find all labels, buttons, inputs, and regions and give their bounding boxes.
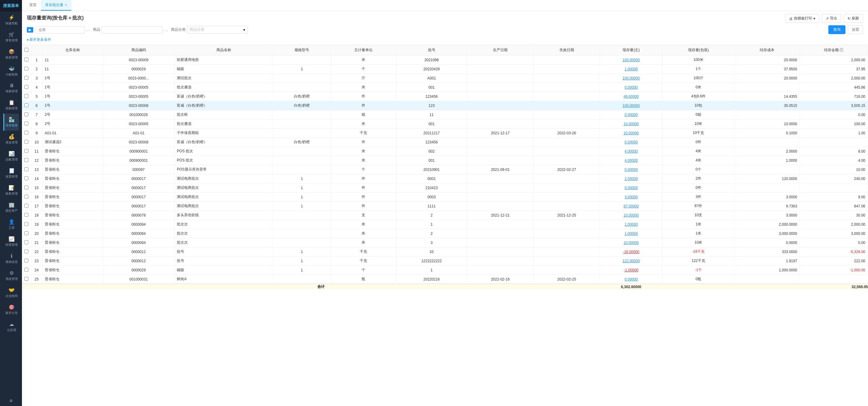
row-checkbox[interactable] [22,220,31,229]
row-checkbox[interactable] [22,174,31,183]
row-qty-main[interactable]: 10.00000 [600,129,662,138]
sidebar-item-quick-nav[interactable]: ⚡快捷导航 [3,11,19,29]
row-checkbox[interactable] [22,165,31,174]
sidebar-settings[interactable]: ⚙ [0,396,22,406]
sidebar-label-invoice: 发票管理 [5,175,18,178]
row-qty-main[interactable]: 2.00000 [600,174,662,183]
row-qty-main[interactable]: 100.00000 [600,56,662,65]
row-checkbox[interactable] [22,83,31,92]
sidebar-logo[interactable]: 搜索菜单 [0,0,22,11]
row-qty-main[interactable]: 1.00000 [600,65,662,74]
row-checkbox[interactable] [22,202,31,211]
sidebar-item-small-ecom[interactable]: 🐳小鲸电商 [3,63,19,80]
row-spec: 1 [273,266,331,275]
sidebar-item-ops[interactable]: 📈经营管理 [3,233,19,250]
sidebar-item-newbie[interactable]: 🎯新手引导 [3,301,19,318]
row-qty-main[interactable]: 4.00000 [600,147,662,156]
row-checkbox[interactable] [22,238,31,247]
row-exp-date [533,56,600,65]
sidebar-item-basic[interactable]: ℹ基础信息 [3,250,19,267]
row-qty-main[interactable]: 0.00000 [600,183,662,193]
sidebar-item-cloud[interactable]: ☁云应用 [3,318,19,335]
row-checkbox[interactable] [22,247,31,257]
sidebar-item-wholesale[interactable]: 📦批发管理 [3,46,19,63]
sidebar-item-asset[interactable]: 💰资金管理 [3,131,19,148]
col-no [31,45,42,56]
row-qty-main[interactable]: 87.00000 [600,202,662,211]
row-spec [273,129,331,138]
row-unit: 件 [331,202,396,211]
sidebar-item-inventory[interactable]: 🏪库存核查 [3,113,19,131]
row-checkbox[interactable] [22,156,31,165]
row-qty-main[interactable]: 0.00000 [600,165,662,174]
table-row: 5 1号 0023-00005 富减（白色/奶橙） 白色/奶橙 件 123456… [22,92,868,101]
row-qty-main[interactable]: 49.60000 [600,92,662,101]
row-qty-main[interactable]: -1.00000 [600,266,662,275]
sidebar-item-invoice[interactable]: 🧾发票管理 [3,165,19,182]
row-qty-main[interactable]: 122.00000 [600,257,662,266]
row-checkbox[interactable] [22,183,31,193]
row-checkbox[interactable] [22,92,31,101]
sidebar-item-tax[interactable]: 📝税务管理 [3,182,19,199]
tab-inventory-batch[interactable]: 库存批次量 ✕ [41,0,71,11]
row-qty-main[interactable]: 0.00000 [600,275,662,284]
row-checkbox[interactable] [22,56,31,65]
row-exp-date [533,74,600,83]
row-amount: 30.00 [800,211,868,220]
row-qty-main[interactable]: 0.00000 [600,83,662,92]
row-cost: 1,000.0000 [735,266,800,275]
row-checkbox[interactable] [22,266,31,275]
row-checkbox[interactable] [22,138,31,147]
row-qty-main[interactable]: 3.00000 [600,193,662,202]
row-qty-main[interactable]: 1.00000 [600,229,662,238]
row-cost: 1.8197 [735,257,800,266]
row-qty-main[interactable]: 10.00000 [600,238,662,247]
row-checkbox[interactable] [22,229,31,238]
product-input[interactable] [101,26,162,34]
sidebar-label-system: 系统管理 [5,277,18,280]
refresh-button[interactable]: ↻ 刷新 [844,14,863,23]
filter-arrow-button[interactable]: ▶ [27,27,33,33]
sidebar-item-hr[interactable]: 👤工资 [3,216,19,233]
sidebar-label-small-ecom: 小鲸电商 [5,73,18,76]
category-select-wrapper[interactable]: 商品分类 ▾ [187,26,248,34]
row-checkbox[interactable] [22,193,31,202]
sidebar-item-purchase[interactable]: 📋采购管理 [3,97,19,113]
sidebar-item-fixed-asset[interactable]: 🏢固定资产 [3,199,19,216]
row-qty-main[interactable]: 4.00000 [600,156,662,165]
row-checkbox[interactable] [22,129,31,138]
expand-conditions-button[interactable]: ▾ 展开更多条件 [27,37,863,42]
row-checkbox[interactable] [22,120,31,129]
row-checkbox[interactable] [22,101,31,110]
row-qty-main[interactable]: 0.00000 [600,138,662,147]
warehouse-input[interactable] [36,26,85,34]
export-button[interactable]: ↗ 导出 [822,14,841,23]
row-qty-main[interactable]: 1.00000 [600,220,662,229]
table-row: 11 晋省粉仓 000900001 POS 批次 米 002 4.00000 4… [22,147,868,156]
row-qty-main[interactable]: 100.00000 [600,74,662,83]
search-button[interactable]: 查询 [828,25,845,34]
row-qty-main[interactable]: 10.00000 [600,120,662,129]
row-checkbox[interactable] [22,65,31,74]
row-checkbox[interactable] [22,147,31,156]
close-tab-icon[interactable]: ✕ [65,3,67,7]
sidebar-item-collab[interactable]: 🤝企业协同 [3,284,19,301]
select-all-checkbox[interactable] [24,48,28,52]
sidebar-item-ecom[interactable]: 🖥电商管理 [3,80,19,97]
row-qty-main[interactable]: -16.00000 [600,247,662,257]
row-checkbox[interactable] [22,257,31,266]
print-button[interactable]: 🖨 按模板打印 ▾ [785,14,819,23]
row-qty-main[interactable]: 0.00000 [600,110,662,120]
sidebar-item-retail[interactable]: 🛒零售管理 [3,29,19,46]
settings-button[interactable]: 设置 [848,25,863,34]
row-checkbox[interactable] [22,211,31,220]
row-checkbox[interactable] [22,110,31,120]
tab-home[interactable]: 首页 [25,0,41,11]
sidebar-item-general[interactable]: 📊总账管理 [3,148,19,165]
row-checkbox[interactable] [22,275,31,284]
row-checkbox[interactable] [22,74,31,83]
sidebar-item-system[interactable]: ⚙系统管理 [3,267,19,284]
row-qty-main[interactable]: 10.00000 [600,211,662,220]
table-row: 2 11 0000029 磁版 1 个 20220429 1.00000 1个 … [22,65,868,74]
row-qty-main[interactable]: 100.00000 [600,101,662,110]
